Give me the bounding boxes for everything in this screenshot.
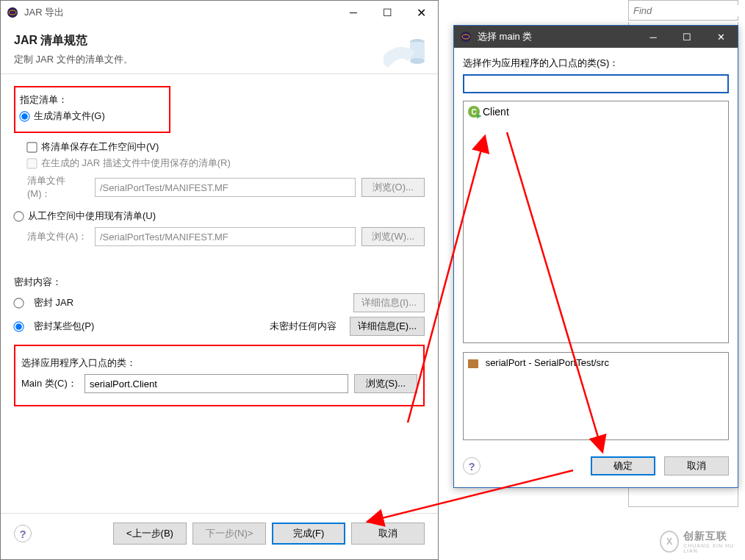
minimize-button-2[interactable]: ─ <box>636 26 670 47</box>
find-input[interactable] <box>629 5 745 16</box>
seal-label: 密封内容： <box>14 276 425 289</box>
package-item: serialPort - SerialPortTest/src <box>468 357 724 368</box>
unsealed-status: 未密封任何内容 <box>270 320 336 333</box>
class-list-item[interactable]: C Client <box>468 106 724 118</box>
minimize-button[interactable]: ─ <box>336 1 370 24</box>
cancel-button[interactable]: 取消 <box>351 523 425 545</box>
watermark-logo: X 创新互联 CHUANG XIN HU LIAN <box>660 528 741 556</box>
package-panel: serialPort - SerialPortTest/src <box>463 352 729 440</box>
checkbox-save-workspace-label: 将清单保存在工作空间中(V) <box>41 140 159 154</box>
class-search-input[interactable] <box>463 74 729 93</box>
radio-use-existing-label: 从工作空间中使用现有清单(U) <box>28 209 156 223</box>
radio-generate-manifest[interactable] <box>19 111 29 121</box>
close-button-2[interactable]: ✕ <box>704 26 738 47</box>
browse-w-button: 浏览(W)... <box>361 227 425 246</box>
main-class-input[interactable] <box>84 374 348 393</box>
help-icon[interactable]: ? <box>14 525 32 542</box>
titlebar-2: 选择 main 类 ─ ☐ ✕ <box>454 26 738 48</box>
ok-button[interactable]: 确定 <box>591 456 655 475</box>
radio-use-existing[interactable] <box>13 211 24 221</box>
class-name: Client <box>483 106 509 118</box>
runnable-class-icon: C <box>468 106 480 118</box>
checkbox-reuse-saved-label: 在生成的 JAR 描述文件中使用保存的清单(R) <box>41 157 231 170</box>
logo-brand: 创新互联 <box>683 530 741 543</box>
radio-seal-some-label: 密封某些包(P) <box>34 320 264 333</box>
logo-sub: CHUANG XIN HU LIAN <box>683 543 741 553</box>
eclipse-icon <box>7 7 18 18</box>
manifest-file-input-1 <box>95 178 356 197</box>
dialog2-prompt: 选择作为应用程序的入口点的类(S)： <box>463 57 729 70</box>
help-icon-2[interactable]: ? <box>463 457 481 475</box>
dialog2-body: 选择作为应用程序的入口点的类(S)： C Client serialPort -… <box>454 48 738 449</box>
radio-seal-some[interactable] <box>13 321 24 331</box>
eclipse-icon <box>460 31 472 43</box>
dialog-header: JAR 清单规范 定制 JAR 文件的清单文件。 <box>1 24 438 74</box>
select-main-class-dialog: 选择 main 类 ─ ☐ ✕ 选择作为应用程序的入口点的类(S)： C Cli… <box>453 25 738 488</box>
page-subtitle: 定制 JAR 文件的清单文件。 <box>14 53 425 66</box>
main-class-label: Main 类(C)： <box>21 377 79 390</box>
finish-button[interactable]: 完成(F) <box>272 523 345 545</box>
checkbox-reuse-saved <box>26 158 37 168</box>
package-icon <box>468 359 478 368</box>
cancel-button-2[interactable]: 取消 <box>664 456 729 475</box>
highlight-manifest-section: 指定清单： 生成清单文件(G) <box>14 86 170 133</box>
details-e-button[interactable]: 详细信息(E)... <box>350 317 425 336</box>
dialog-title: JAR 导出 <box>24 6 336 19</box>
close-button[interactable]: ✕ <box>404 1 438 24</box>
titlebar: JAR 导出 ─ ☐ ✕ <box>1 1 438 24</box>
entrypoint-label: 选择应用程序入口点的类： <box>21 356 417 370</box>
back-button[interactable]: <上一步(B) <box>113 523 187 545</box>
browse-s-button[interactable]: 浏览(S)... <box>354 374 417 393</box>
next-button: 下一步(N)> <box>192 523 266 545</box>
dialog-body: 指定清单： 生成清单文件(G) 将清单保存在工作空间中(V) 在生成的 JAR … <box>1 74 438 513</box>
dialog2-title: 选择 main 类 <box>478 30 636 43</box>
checkbox-save-workspace[interactable] <box>26 142 37 152</box>
class-list[interactable]: C Client <box>463 101 729 343</box>
section-label-manifest: 指定清单： <box>20 93 165 107</box>
maximize-button[interactable]: ☐ <box>370 1 404 24</box>
radio-seal-jar-label: 密封 JAR <box>34 296 348 309</box>
page-title: JAR 清单规范 <box>14 33 425 49</box>
radio-generate-manifest-label: 生成清单文件(G) <box>34 110 105 123</box>
jar-export-dialog: JAR 导出 ─ ☐ ✕ JAR 清单规范 定制 JAR 文件的清单文件。 指定… <box>0 0 439 560</box>
dialog-footer: ? <上一步(B) 下一步(N)> 完成(F) 取消 <box>1 513 438 559</box>
highlight-entrypoint-section: 选择应用程序入口点的类： Main 类(C)： 浏览(S)... <box>14 345 425 406</box>
manifest-file-label-2: 清单文件(A)： <box>27 230 89 243</box>
details-i-button: 详细信息(I)... <box>353 293 425 312</box>
radio-seal-jar[interactable] <box>13 298 24 308</box>
find-bar[interactable]: 🔍 <box>628 0 738 21</box>
jar-icon <box>384 32 431 79</box>
logo-mark: X <box>660 531 679 553</box>
maximize-button-2[interactable]: ☐ <box>670 26 704 47</box>
dialog2-footer: ? 确定 取消 <box>454 449 738 487</box>
svg-point-4 <box>410 58 425 64</box>
manifest-file-label-1: 清单文件(M)： <box>27 174 89 201</box>
manifest-file-input-2 <box>95 227 356 246</box>
browse-o-button: 浏览(O)... <box>361 178 425 197</box>
